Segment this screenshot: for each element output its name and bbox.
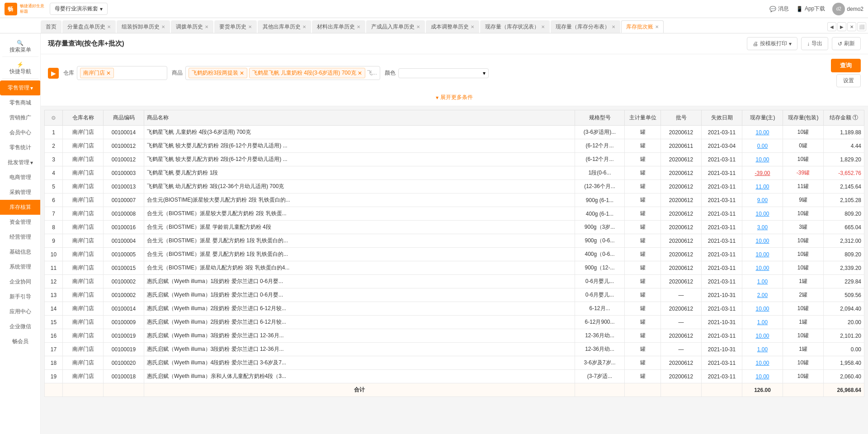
export-btn[interactable]: ↓ 导出 (801, 37, 828, 50)
user-area[interactable]: d2 demo2 (832, 3, 863, 15)
sidebar-item-collab[interactable]: 企业协同 (1, 274, 40, 289)
sidebar-quick-nav[interactable]: ⚡ 快捷导航 (2, 59, 38, 79)
sidebar-item-purchase[interactable]: 采购管理 (1, 185, 40, 200)
close-tab-product-in[interactable]: ✕ (416, 24, 420, 29)
tab-stock-status[interactable]: 现存量（库存状况表） ✕ (480, 20, 550, 33)
row-stock-main[interactable]: 10.00 (742, 370, 783, 383)
row-stock-main[interactable]: 11.00 (742, 180, 783, 193)
row-stock-main[interactable]: 10.00 (742, 153, 783, 166)
message-btn[interactable]: 💬 消息 (769, 5, 789, 13)
remove-product-tag-1[interactable]: ✕ (240, 70, 244, 76)
close-tab-requisition[interactable]: ✕ (248, 24, 252, 29)
row-warehouse: 南岸门店 (63, 166, 104, 180)
tab-expand-btn[interactable]: ⬜ (857, 22, 866, 31)
sidebar-item-marketing[interactable]: 营销推广 (1, 110, 40, 125)
row-stock-main[interactable]: 1.00 (742, 343, 783, 356)
row-stock-main[interactable]: 10.00 (742, 234, 783, 248)
tab-other-out[interactable]: 其他出库单历史 ✕ (258, 20, 311, 33)
row-name: 飞鹤星飞帆 较大婴儿配方奶粉 2段(6-12个月婴幼儿适用) ... (144, 139, 575, 153)
row-stock-main[interactable]: 10.00 (742, 356, 783, 370)
row-stock-main[interactable]: -39.00 (742, 166, 783, 180)
row-spec: 900g (6-1... (575, 193, 625, 207)
export-icon: ↓ (807, 41, 810, 47)
sidebar-item-app-center[interactable]: 应用中心 (1, 304, 40, 319)
sidebar-item-system[interactable]: 系统管理 (1, 259, 40, 274)
sidebar-item-enterprise-wechat[interactable]: 企业微信 (1, 319, 40, 334)
row-batch: — (661, 316, 702, 329)
expand-btn[interactable]: ▾ 展开更多条件 (436, 94, 473, 101)
close-tab-disassemble[interactable]: ✕ (161, 24, 165, 29)
main-wrapper: 🔍 搜索菜单 ⚡ 快捷导航 零售管理 ▾ 零售商城 营销推广 会员中心 零售统计… (0, 33, 868, 434)
row-stock-main[interactable]: 0.00 (742, 139, 783, 153)
remove-warehouse-tag[interactable]: ✕ (106, 70, 111, 76)
sidebar-item-inventory[interactable]: 库存核算 (0, 200, 41, 215)
query-button[interactable]: 查询 (831, 59, 861, 72)
tab-product-in[interactable]: 产成品入库单历史 ✕ (366, 20, 425, 33)
row-stock-main[interactable]: 2.00 (742, 288, 783, 302)
tab-cost-adj[interactable]: 成本调整单历史 ✕ (426, 20, 479, 33)
refresh-btn[interactable]: ↺ 刷新 (832, 37, 861, 50)
sidebar-item-retail-stats[interactable]: 零售统计 (1, 140, 40, 155)
sidebar-item-operations[interactable]: 经营管理 (1, 230, 40, 245)
row-stock-main[interactable]: 10.00 (742, 248, 783, 261)
total-empty-3 (104, 383, 144, 397)
row-stock-main[interactable]: 1.00 (742, 275, 783, 288)
tab-stock-dist[interactable]: 现存量（库存分布表） ✕ (551, 20, 620, 33)
sidebar-item-finance[interactable]: 资金管理 (1, 215, 40, 230)
row-code: 00100005 (104, 248, 144, 261)
tab-mix[interactable]: 调拨单历史 ✕ (171, 20, 213, 33)
row-balance: 1,958.40 (824, 356, 864, 370)
sidebar-item-newbie[interactable]: 新手引导 (1, 289, 40, 304)
sidebar: 🔍 搜索菜单 ⚡ 快捷导航 零售管理 ▾ 零售商城 营销推广 会员中心 零售统计… (0, 33, 41, 434)
close-tab-other-out[interactable]: ✕ (302, 24, 306, 29)
tab-batch[interactable]: 库存批次账 ✕ (621, 20, 664, 33)
row-stock-main[interactable]: 10.00 (742, 126, 783, 139)
product-filter-input[interactable]: 飞鹤奶粉3段两提装 ✕ 飞鹤星飞帆 儿童奶粉 4段(3-6岁适用) 700克 ✕… (185, 66, 380, 80)
tab-split[interactable]: 分量盘点单历史 ✕ (62, 20, 116, 33)
settings-icon[interactable]: ⚙ (51, 115, 56, 121)
row-unit: 罐 (625, 316, 661, 329)
settings-button[interactable]: 设置 (836, 74, 861, 87)
close-tab-stock-status[interactable]: ✕ (541, 24, 545, 29)
sidebar-item-membership[interactable]: 畅会员 (1, 334, 40, 349)
expand-icon: ▾ (436, 94, 439, 101)
tab-next-btn[interactable]: ▶ (837, 22, 846, 31)
close-tab-mix[interactable]: ✕ (205, 24, 208, 29)
tab-requisition[interactable]: 要货单历史 ✕ (214, 20, 257, 33)
close-tab-stock-dist[interactable]: ✕ (612, 24, 615, 29)
sidebar-item-members[interactable]: 会员中心 (1, 125, 40, 140)
row-balance: 2,105.28 (824, 193, 864, 207)
sidebar-item-wholesale[interactable]: 批发管理 ▾ (1, 155, 40, 170)
col-header-settings[interactable]: ⚙ (45, 110, 63, 126)
tab-material-out[interactable]: 材料出库单历史 ✕ (312, 20, 365, 33)
row-stock-main[interactable]: 10.00 (742, 261, 783, 275)
row-name: 惠氏启赋（Wyeth illuma）1段奶粉 爱尔兰进口 0-6月婴... (144, 275, 575, 288)
tab-home[interactable]: 首页 (41, 20, 61, 33)
row-batch: 20200612 (661, 180, 702, 193)
close-tab-material-out[interactable]: ✕ (357, 24, 360, 29)
close-tab-batch[interactable]: ✕ (655, 24, 659, 29)
close-tab-split[interactable]: ✕ (107, 24, 111, 29)
sidebar-item-retail-mgmt[interactable]: 零售管理 ▾ (0, 80, 41, 95)
tab-close-btn[interactable]: ✕ (847, 22, 856, 31)
row-stock-main[interactable]: 10.00 (742, 329, 783, 343)
tab-prev-btn[interactable]: ◀ (827, 22, 836, 31)
remove-product-tag-2[interactable]: ✕ (358, 70, 362, 76)
warehouse-filter-input[interactable]: 南岸门店 ✕ (77, 66, 167, 80)
filter-expand-arrow[interactable]: ▶ (48, 68, 59, 79)
sidebar-item-retail-shop[interactable]: 零售商城 (1, 95, 40, 110)
close-tab-cost-adj[interactable]: ✕ (471, 24, 474, 29)
sidebar-item-ecommerce[interactable]: 电商管理 (1, 170, 40, 185)
color-select[interactable]: ▾ (398, 68, 489, 78)
row-stock-main[interactable]: 10.00 (742, 302, 783, 316)
sidebar-search[interactable]: 🔍 搜索菜单 (2, 37, 38, 57)
app-download-btn[interactable]: 📱 App下载 (796, 5, 825, 13)
row-stock-main[interactable]: 9.00 (742, 193, 783, 207)
row-stock-main[interactable]: 1.00 (742, 316, 783, 329)
print-btn[interactable]: 🖨 按模板打印 ▾ (747, 37, 797, 50)
tab-disassemble[interactable]: 组装拆卸单历史 ✕ (117, 20, 170, 33)
company-selector[interactable]: 母婴行业演示账套 ▾ (50, 3, 108, 15)
row-stock-main[interactable]: 3.00 (742, 221, 783, 234)
sidebar-item-basics[interactable]: 基础信息 (1, 245, 40, 259)
row-stock-main[interactable]: 10.00 (742, 207, 783, 221)
